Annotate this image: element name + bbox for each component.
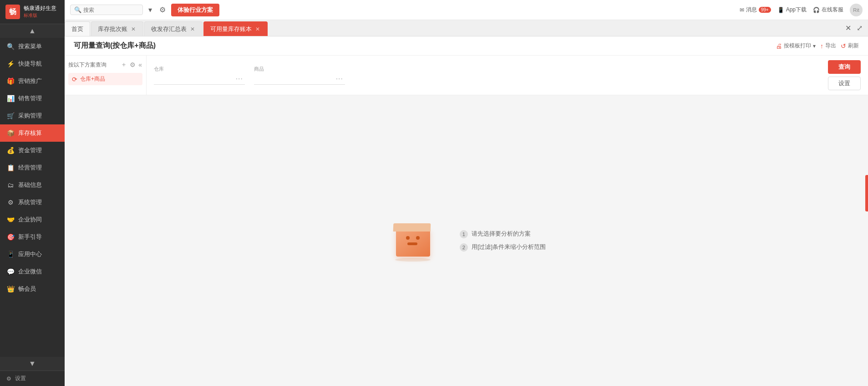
tab-close-receipt_summary[interactable]: ✕: [189, 26, 196, 32]
warehouse-input-wrapper: ···: [154, 73, 245, 85]
sidebar-label-sales: 销售管理: [18, 94, 42, 103]
goods-input-wrapper: ···: [254, 73, 345, 85]
face-mouth: [407, 242, 417, 245]
sidebar-scroll-down[interactable]: ▼: [0, 357, 65, 371]
warehouse-more-btn[interactable]: ···: [236, 75, 243, 83]
filter-schemes-header: 按以下方案查询 ＋ ⚙ «: [68, 60, 142, 69]
tab-batch_ledger[interactable]: 库存批次账✕: [91, 21, 143, 36]
tab-close-batch_ledger[interactable]: ✕: [130, 26, 137, 32]
topbar-settings-btn[interactable]: ⚙: [157, 5, 168, 15]
sidebar-label-inventory: 库存核算: [18, 129, 42, 137]
sidebar-item-operations[interactable]: 📋 经营管理: [0, 159, 65, 176]
settings-btn[interactable]: 设置: [828, 77, 861, 90]
search-input[interactable]: [83, 7, 138, 13]
add-scheme-btn[interactable]: ＋: [120, 60, 127, 69]
sidebar-bottom[interactable]: ⚙ 设置: [0, 371, 65, 386]
topbar: 🔍 ▾ ⚙ 体验行业方案 ✉ 消息 99+ 📱 App下载 🎧 在线客服 Rit: [65, 0, 868, 20]
tab-maximize-btn[interactable]: ⤢: [855, 23, 864, 33]
sidebar-icon-operations: 📋: [6, 164, 15, 172]
face-left-eye: [406, 236, 410, 240]
app-download-btn[interactable]: 📱 App下载: [777, 6, 807, 14]
sidebar-item-newbie[interactable]: 🎯 新手引导: [0, 228, 65, 246]
page-content: 可用量查询(按仓库+商品) 🖨 按模板打印 ▾ ↑ 导出 ↺ 刷新: [65, 36, 868, 386]
sidebar-brand-name: 畅康通好生意: [24, 5, 56, 12]
box-top: [393, 223, 431, 232]
filter-schemes: 按以下方案查询 ＋ ⚙ « ⟳ 仓库+商品: [65, 56, 147, 95]
goods-input[interactable]: [256, 76, 333, 82]
tabs-bar: 首页库存批次账✕收发存汇总表✕可用量库存账本✕ ✕ ⤢: [65, 20, 868, 36]
sidebar-icon-newbie: 🎯: [6, 233, 15, 241]
sidebar-label-shortcut: 快捷导航: [18, 60, 42, 68]
sidebar-item-purchase[interactable]: 🛒 采购管理: [0, 107, 65, 124]
sidebar-item-member[interactable]: 👑 畅会员: [0, 280, 65, 298]
tab-available_ledger[interactable]: 可用量库存账本✕: [203, 21, 268, 36]
sidebar-icon-finance: 💰: [6, 146, 15, 154]
sidebar-item-marketing_promo[interactable]: 🎁 营销推广: [0, 72, 65, 90]
filter-fields: 仓库 ··· 商品 ···: [147, 56, 821, 95]
tabs-right-buttons: ✕ ⤢: [843, 20, 868, 36]
sidebar-item-basic_info[interactable]: 🗂 基础信息: [0, 176, 65, 194]
warehouse-label: 仓库: [154, 66, 245, 72]
topbar-search-box[interactable]: 🔍: [70, 5, 143, 15]
sidebar-scroll-area: 🔍 搜索菜单 ⚡ 快捷导航 🎁 营销推广 📊 销售管理 🛒 采购管理 📦 库存核…: [0, 38, 65, 357]
sidebar-label-member: 畅会员: [18, 285, 36, 293]
goods-more-btn[interactable]: ···: [336, 75, 343, 83]
tab-label-home: 首页: [71, 25, 83, 33]
sidebar-label-system: 系统管理: [18, 198, 42, 206]
sidebar-item-wechat[interactable]: 💬 企业微信: [0, 263, 65, 280]
topbar-dropdown-btn[interactable]: ▾: [147, 5, 154, 15]
sidebar-icon-basic_info: 🗂: [6, 181, 15, 189]
page-header-actions: 🖨 按模板打印 ▾ ↑ 导出 ↺ 刷新: [776, 42, 859, 50]
print-dropdown-icon: ▾: [813, 43, 816, 49]
scheme-label: 仓库+商品: [80, 75, 105, 83]
sidebar-icon-shortcut: ⚡: [6, 60, 15, 68]
refresh-btn[interactable]: ↺ 刷新: [841, 42, 859, 50]
sidebar-item-finance[interactable]: 💰 资金管理: [0, 142, 65, 159]
sidebar-item-system[interactable]: ⚙ 系统管理: [0, 194, 65, 211]
sidebar-icon-search: 🔍: [6, 42, 15, 51]
scheme-item-warehouse-goods[interactable]: ⟳ 仓库+商品: [68, 73, 142, 85]
manage-scheme-btn[interactable]: ⚙: [129, 61, 136, 69]
sidebar-label-marketing_promo: 营销推广: [18, 77, 42, 85]
industry-btn[interactable]: 体验行业方案: [171, 4, 219, 16]
main-area: 🔍 ▾ ⚙ 体验行业方案 ✉ 消息 99+ 📱 App下载 🎧 在线客服 Rit: [65, 0, 868, 386]
sidebar-scroll-up[interactable]: ▲: [0, 24, 65, 38]
message-btn[interactable]: ✉ 消息 99+: [740, 6, 771, 14]
sidebar-item-sales[interactable]: 📊 销售管理: [0, 90, 65, 107]
app-icon: 📱: [777, 7, 784, 13]
warehouse-input[interactable]: [156, 76, 233, 82]
print-btn[interactable]: 🖨 按模板打印 ▾: [776, 42, 816, 50]
sidebar-label-wechat: 企业微信: [18, 268, 42, 276]
query-btn[interactable]: 查询: [828, 60, 861, 74]
sidebar-label-newbie: 新手引导: [18, 233, 42, 241]
sidebar-item-search[interactable]: 🔍 搜索菜单: [0, 38, 65, 55]
sidebar-icon-app_center: 📱: [6, 250, 15, 258]
sidebar-item-inventory[interactable]: 📦 库存核算: [0, 124, 65, 142]
sidebar-icon-sales: 📊: [6, 94, 15, 103]
sidebar-edition: 标准版: [24, 12, 56, 19]
right-scroll-hint: [865, 175, 868, 211]
sidebar-item-shortcut[interactable]: ⚡ 快捷导航: [0, 55, 65, 72]
sidebar-icon-inventory: 📦: [6, 129, 15, 137]
sidebar-icon-enterprise: 🤝: [6, 216, 15, 224]
collapse-btn[interactable]: «: [138, 61, 142, 69]
sidebar-label-app_center: 应用中心: [18, 250, 42, 258]
sidebar-label-enterprise: 企业协同: [18, 216, 42, 224]
sidebar-item-enterprise[interactable]: 🤝 企业协同: [0, 211, 65, 228]
online-service-btn[interactable]: 🎧 在线客服: [813, 6, 843, 14]
sidebar-icon-purchase: 🛒: [6, 112, 15, 120]
tab-home[interactable]: 首页: [65, 21, 90, 36]
sidebar-label-finance: 资金管理: [18, 146, 42, 154]
user-avatar[interactable]: Rit: [850, 4, 863, 16]
filter-field-warehouse: 仓库 ···: [154, 66, 245, 85]
tab-receipt_summary[interactable]: 收发存汇总表✕: [144, 21, 203, 36]
page-header: 可用量查询(按仓库+商品) 🖨 按模板打印 ▾ ↑ 导出 ↺ 刷新: [65, 36, 868, 56]
box-shadow: [395, 258, 431, 262]
sidebar-item-app_center[interactable]: 📱 应用中心: [0, 246, 65, 263]
export-btn[interactable]: ↑ 导出: [820, 42, 836, 50]
sidebar-label-purchase: 采购管理: [18, 112, 42, 120]
tab-close-available_ledger[interactable]: ✕: [254, 26, 261, 32]
tab-close-btn[interactable]: ✕: [843, 23, 853, 33]
filter-actions: 查询 设置: [821, 56, 868, 95]
goods-label: 商品: [254, 66, 345, 72]
